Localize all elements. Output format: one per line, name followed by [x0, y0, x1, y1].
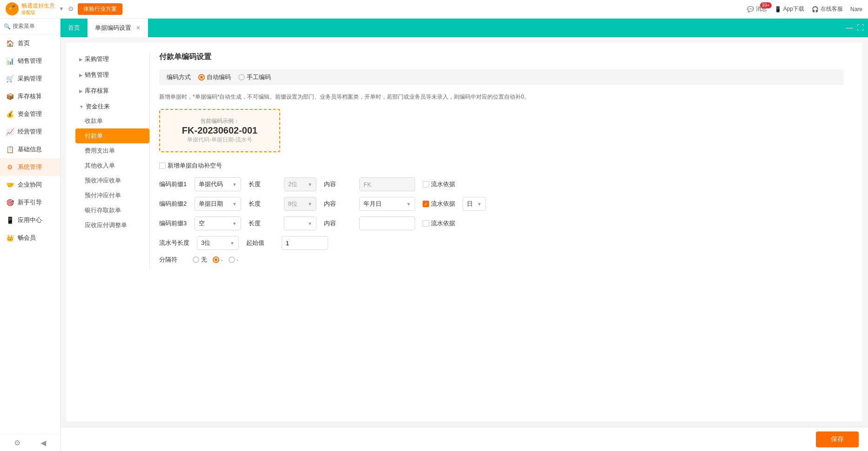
info-text: 新增单据时，*单据编码*自动生成，不可编辑。前缀设置为部门、业务员等档案类，开单…: [159, 93, 844, 101]
serial-2-checkbox[interactable]: ✓ 流水依据: [423, 200, 455, 208]
length-3-label: 长度: [249, 219, 276, 228]
collapse-icon[interactable]: ◀: [40, 438, 46, 447]
auto-fill-checkbox[interactable]: [159, 162, 166, 169]
sidebar-item-receipt[interactable]: 收款单: [75, 114, 149, 128]
sidebar-item-membership[interactable]: 👑 畅会员: [0, 229, 60, 247]
prefix-row-1: 编码前缀1 单据代码 ▼ 长度 2位 ▼ 内容: [159, 177, 844, 191]
sidebar-item-system[interactable]: ⚙ 系统管理: [0, 158, 60, 176]
sidebar-group-inventory: ▶ 库存核算: [75, 84, 149, 98]
chevron-down-icon[interactable]: ▼: [59, 6, 64, 12]
prefix-2-arrow: ▼: [232, 202, 237, 207]
message-button[interactable]: 💬 消息 99+: [747, 5, 767, 13]
prefix-1-select[interactable]: 单据代码 ▼: [195, 177, 241, 191]
sidebar-item-expense[interactable]: 费用支出单: [75, 143, 149, 158]
sidebar-item-guide-label: 新手引导: [18, 198, 42, 207]
tab-home[interactable]: 首页: [61, 19, 87, 37]
sales-icon: 📊: [6, 57, 14, 65]
auto-fill-checkbox-row[interactable]: 新增单据自动补空号: [159, 162, 844, 170]
sidebar-item-payment[interactable]: 付款单: [75, 128, 149, 143]
length-3-select[interactable]: ▼: [284, 216, 316, 230]
serial-2-checkbox-box[interactable]: ✓: [423, 201, 429, 207]
sidebar-group-capital-title[interactable]: ▼ 资金往来: [75, 100, 149, 114]
sidebar-item-bank[interactable]: 银行存取款单: [75, 203, 149, 218]
serial-1-checkbox[interactable]: 流水依据: [423, 180, 455, 188]
prefix-3-value: 空: [199, 219, 205, 228]
sidebar-item-inventory[interactable]: 📦 库存核算: [0, 88, 60, 105]
sidebar-item-home-label: 首页: [18, 39, 30, 47]
content-2-select[interactable]: 年月日 ▼: [359, 197, 415, 211]
settings-bottom-icon[interactable]: ⚙: [14, 438, 20, 447]
tab-encoding-settings[interactable]: 单据编码设置 ✕: [87, 19, 148, 37]
arrow-right-icon2: ▶: [79, 73, 83, 78]
settings-icon[interactable]: ⚙: [68, 5, 74, 13]
app-download-button[interactable]: 📱 App下载: [774, 5, 804, 13]
tab-bar: 首页 单据编码设置 ✕ — ⛶: [61, 19, 868, 37]
content-1-input: FK: [359, 177, 415, 191]
top-bar-right: 💬 消息 99+ 📱 App下载 🎧 在线客服 Nare: [747, 5, 862, 13]
sidebar-group-capital: ▼ 资金往来 收款单 付款单 费用支出单 其他收入单 预收冲应收单 预付冲应付单…: [75, 100, 149, 233]
sidebar-item-operations[interactable]: 📈 经营管理: [0, 123, 60, 141]
auto-encode-radio[interactable]: 自动编码: [198, 73, 231, 81]
top-bar-left: 🍊 畅通道好生意 搭配版 ▼ ⚙ 体验行业方案: [6, 2, 122, 15]
guide-icon: 🎯: [6, 198, 14, 207]
sidebar-item-purchase[interactable]: 🛒 采购管理: [0, 70, 60, 88]
length-1-select[interactable]: 2位 ▼: [284, 177, 316, 191]
apps-icon: 📱: [6, 216, 14, 224]
sidebar-group-purchase: ▶ 采购管理: [75, 52, 149, 66]
sidebar-group-sales-title[interactable]: ▶ 销售管理: [75, 68, 149, 82]
second-sidebar: ▶ 采购管理 ▶ 销售管理 ▶: [75, 52, 150, 269]
day-select[interactable]: 日 ▼: [463, 197, 486, 211]
content-3-input[interactable]: [359, 216, 415, 230]
arrow-down-icon: ▼: [79, 104, 84, 109]
serial-3-checkbox[interactable]: 流水依据: [423, 219, 455, 228]
prefix-3-select[interactable]: 空 ▼: [195, 216, 241, 230]
sidebar-item-home[interactable]: 🏠 首页: [0, 34, 60, 52]
user-info[interactable]: Nare: [850, 6, 862, 13]
serial-1-checkbox-box[interactable]: [423, 181, 429, 188]
save-button[interactable]: 保存: [816, 431, 859, 447]
prefix-2-select[interactable]: 单据日期 ▼: [195, 197, 241, 211]
manual-encode-label: 手工编码: [247, 73, 271, 81]
serial-3-checkbox-box[interactable]: [423, 220, 429, 227]
separator-none-radio[interactable]: 无: [193, 256, 207, 264]
online-service-label: 在线客服: [821, 5, 843, 13]
code-preview-desc: 单据代码-单据日期-流水号: [169, 136, 270, 144]
serial-row: 流水号长度 3位 ▼ 起始值: [159, 236, 844, 250]
sidebar-item-adjust[interactable]: 应收应付调整单: [75, 218, 149, 233]
sidebar-item-prepay-offset[interactable]: 预收冲应收单: [75, 173, 149, 188]
home-icon: 🏠: [6, 39, 14, 47]
length-1-arrow: ▼: [308, 182, 312, 187]
sidebar-item-finance[interactable]: 💰 资金管理: [0, 105, 60, 123]
tab-expand-button[interactable]: ⛶: [857, 24, 864, 32]
top-bar: 🍊 畅通道好生意 搭配版 ▼ ⚙ 体验行业方案 💬 消息 99+ 📱 App下载…: [0, 0, 868, 19]
sidebar-item-guide[interactable]: 🎯 新手引导: [0, 194, 60, 211]
serial-length-arrow: ▼: [230, 241, 235, 246]
sidebar-item-sales[interactable]: 📊 销售管理: [0, 52, 60, 70]
sidebar-item-advance-offset[interactable]: 预付冲应付单: [75, 188, 149, 203]
tab-close-icon[interactable]: ✕: [136, 25, 141, 31]
main-layout: 🔍 搜索菜单 🏠 首页 📊 销售管理 🛒 采购管理 📦 库存核算 💰 资金管理 …: [0, 19, 868, 451]
search-menu-button[interactable]: 🔍 搜索菜单: [0, 19, 60, 34]
length-2-select[interactable]: 8位 ▼: [284, 197, 316, 211]
length-1-label: 长度: [249, 180, 276, 188]
encoding-method-label: 编码方式: [167, 73, 191, 81]
sidebar-item-basics[interactable]: 📋 基础信息: [0, 141, 60, 158]
sidebar-item-apps[interactable]: 📱 应用中心: [0, 211, 60, 229]
search-menu-label: 搜索菜单: [13, 22, 35, 30]
sidebar-group-purchase-title[interactable]: ▶ 采购管理: [75, 52, 149, 66]
tab-minimize-button[interactable]: —: [846, 24, 853, 32]
headset-icon: 🎧: [812, 6, 819, 13]
prefix-1-value: 单据代码: [199, 180, 223, 188]
start-value-input[interactable]: [282, 236, 328, 250]
serial-length-select[interactable]: 3位 ▼: [197, 236, 239, 250]
serial-length-value: 3位: [201, 239, 210, 247]
online-service-button[interactable]: 🎧 在线客服: [812, 5, 843, 13]
sidebar-group-inventory-title[interactable]: ▶ 库存核算: [75, 84, 149, 98]
sidebar-item-cooperation[interactable]: 🤝 企业协同: [0, 176, 60, 194]
sidebar-item-other-income[interactable]: 其他收入单: [75, 158, 149, 173]
trial-button[interactable]: 体验行业方案: [78, 3, 122, 15]
manual-encode-radio[interactable]: 手工编码: [238, 73, 271, 81]
phone-icon: 📱: [774, 6, 781, 13]
separator-dot2-radio[interactable]: ·: [229, 256, 239, 263]
separator-dot-radio[interactable]: ·: [213, 256, 223, 263]
